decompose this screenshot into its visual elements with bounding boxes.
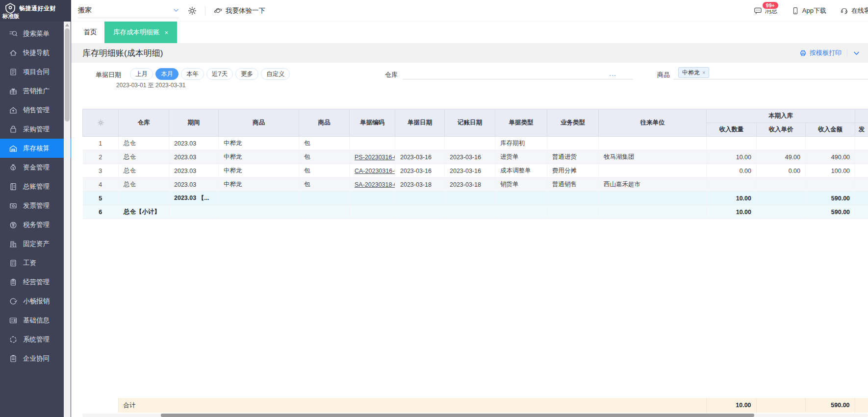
sidebar-item-gift[interactable]: 营销推广 xyxy=(0,81,71,100)
table-cell xyxy=(855,178,868,192)
print-by-template-button[interactable]: 按模板打印 xyxy=(799,49,860,57)
table-cell: 中桦龙 xyxy=(219,178,299,192)
settings-gear-icon[interactable] xyxy=(188,6,197,15)
sidebar-item-sales[interactable]: 销售管理 xyxy=(0,100,71,120)
sidebar-scrollbar[interactable] xyxy=(64,22,71,417)
sidebar-item-basic-info[interactable]: 基础信息 xyxy=(0,311,71,330)
topbar-right: 消息 99+ App下载 在线客服 xyxy=(754,6,868,15)
messages-button[interactable]: 消息 99+ xyxy=(754,6,778,15)
table-row[interactable]: 3总仓2023.03中桦龙包CA-20230316-02023-03-16202… xyxy=(83,164,868,178)
table-cell xyxy=(757,178,806,192)
column-header[interactable]: 单据编码 xyxy=(350,109,395,137)
sidebar-item-assets[interactable]: 固定资产 xyxy=(0,234,71,253)
app-download-button[interactable]: App下载 xyxy=(791,6,826,15)
sidebar-item-collab[interactable]: 企业协同 xyxy=(0,349,71,368)
table-row[interactable]: 52023.03 【...10.00590.00 xyxy=(83,192,868,205)
tab-close-icon[interactable]: × xyxy=(165,29,169,36)
table-row[interactable]: 4总仓2023.03中桦龙包SA-20230318-02023-03-18202… xyxy=(83,178,868,192)
sidebar-item-contract[interactable]: 项目合同 xyxy=(0,62,71,81)
doc-code-link[interactable]: PS-20230316-0 xyxy=(355,154,395,161)
table-cell: 中桦龙 xyxy=(219,164,299,178)
sidebar-item-operations[interactable]: 经营管理 xyxy=(0,272,71,292)
tab-inventory-cost-ledger[interactable]: 库存成本明细账 × xyxy=(104,22,177,43)
expense-icon xyxy=(9,297,18,306)
horizontal-scrollbar-thumb[interactable] xyxy=(161,414,754,417)
sidebar-item-purchase[interactable]: 采购管理 xyxy=(0,120,71,139)
product-tag-remove-icon[interactable]: × xyxy=(702,68,705,77)
column-header[interactable]: 收入数量 xyxy=(707,123,757,137)
column-header[interactable]: 收入单价 xyxy=(757,123,806,137)
sidebar-item-search-menu[interactable]: 搜索菜单 xyxy=(0,24,71,43)
date-range-text: 2023-03-01 至 2023-03-31 xyxy=(116,81,185,90)
page-title-bar: 库存明细账(成本明细) 按模板打印 xyxy=(71,43,868,63)
product-tag[interactable]: 中桦龙 × xyxy=(678,67,709,78)
table-cell: 2023.03 xyxy=(169,150,219,164)
table-row[interactable]: 1总仓2023.03中桦龙包库存期初 xyxy=(83,137,868,150)
account-set-value: 搬家 xyxy=(78,6,92,15)
date-pill-4[interactable]: 更多 xyxy=(235,68,258,80)
sidebar-item-inventory[interactable]: 库存核算 xyxy=(0,139,71,158)
print-chevron-down-icon[interactable] xyxy=(853,49,860,57)
printer-icon xyxy=(799,49,807,57)
date-pill-2[interactable]: 本年 xyxy=(181,68,204,80)
doc-code-link[interactable]: CA-20230316-0 xyxy=(355,168,395,174)
sidebar-item-invoice[interactable]: 发票管理 xyxy=(0,196,71,215)
account-set-selector[interactable]: 搬家 xyxy=(78,3,179,18)
column-header[interactable]: 仓库 xyxy=(119,109,169,137)
table-cell xyxy=(547,137,599,150)
scroll-up-arrow-icon[interactable] xyxy=(65,24,69,26)
app-download-label: App下载 xyxy=(802,6,826,15)
topbar-divider xyxy=(205,6,205,16)
column-header[interactable]: 商品 xyxy=(219,109,299,137)
sidebar-menu: 搜索菜单快捷导航项目合同营销推广销售管理采购管理库存核算资金管理总账管理发票管理… xyxy=(0,22,71,368)
horizontal-scrollbar[interactable] xyxy=(82,414,868,417)
sidebar-item-system[interactable]: 系统管理 xyxy=(0,330,71,349)
table-cell xyxy=(855,205,868,219)
ledger-table: 仓库期间商品商品单据编码单据日期记账日期单据类型业务类型往来单位本期入库收入数量… xyxy=(82,109,868,219)
planet-icon xyxy=(214,6,222,15)
sidebar-item-funds[interactable]: 资金管理 xyxy=(0,158,71,177)
tab-home[interactable]: 首页 xyxy=(76,22,104,43)
doc-code-link[interactable]: SA-20230318-0 xyxy=(355,181,395,188)
column-header[interactable]: 往来单位 xyxy=(599,109,707,137)
sidebar-item-expense[interactable]: 小畅报销 xyxy=(0,292,71,311)
column-header[interactable]: 单据类型 xyxy=(495,109,547,137)
table-cell xyxy=(445,205,495,219)
column-header[interactable]: 业务类型 xyxy=(547,109,599,137)
date-pill-5[interactable]: 自定义 xyxy=(261,68,290,80)
table-cell: 10.00 xyxy=(707,205,757,219)
search-menu-icon xyxy=(9,29,18,38)
table-cell xyxy=(855,137,868,150)
table-row[interactable]: 2总仓2023.03中桦龙包PS-20230316-02023-03-16202… xyxy=(83,150,868,164)
operations-icon xyxy=(9,278,18,287)
column-header[interactable]: 期间 xyxy=(169,109,219,137)
sidebar-item-ledger[interactable]: 总账管理 xyxy=(0,177,71,196)
assets-icon xyxy=(9,240,18,248)
date-pill-0[interactable]: 上月 xyxy=(130,68,153,80)
sidebar-item-label: 资金管理 xyxy=(23,163,50,172)
experience-button[interactable]: 我要体验一下 xyxy=(214,6,265,15)
date-pill-1[interactable]: 本月 xyxy=(155,68,179,80)
column-header[interactable]: 记账日期 xyxy=(445,109,495,137)
online-service-button[interactable]: 在线客服 xyxy=(840,6,868,15)
warehouse-input[interactable]: ... xyxy=(403,67,633,79)
column-header[interactable]: 单据日期 xyxy=(395,109,445,137)
warehouse-more-ellipsis[interactable]: ... xyxy=(609,70,616,77)
column-header[interactable]: 收入金额 xyxy=(806,123,855,137)
page-title: 库存明细账(成本明细) xyxy=(82,48,163,59)
sidebar-item-label: 企业协同 xyxy=(23,354,50,363)
column-header-cut: 发 xyxy=(855,123,868,137)
table-cell xyxy=(757,137,806,150)
column-settings-gear-icon[interactable] xyxy=(97,119,104,126)
column-header[interactable]: 商品 xyxy=(299,109,350,137)
table-row[interactable]: 6总仓【小计】10.00590.00 xyxy=(83,205,868,219)
table-cell xyxy=(707,178,757,192)
tab-active-label: 库存成本明细账 xyxy=(113,28,160,37)
purchase-icon xyxy=(9,125,18,134)
sidebar-item-home[interactable]: 快捷导航 xyxy=(0,43,71,62)
column-settings-header[interactable] xyxy=(83,109,119,137)
sidebar-scrollbar-thumb[interactable] xyxy=(65,28,70,122)
sidebar-item-tax[interactable]: 税务管理 xyxy=(0,215,71,234)
sidebar-item-payroll[interactable]: 工资 xyxy=(0,253,71,272)
date-pill-3[interactable]: 近7天 xyxy=(206,68,233,80)
